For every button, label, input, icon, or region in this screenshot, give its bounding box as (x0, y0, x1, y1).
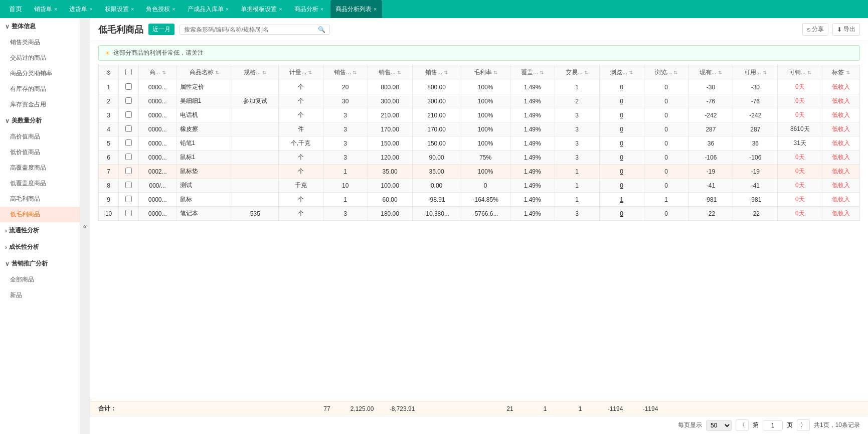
export-button[interactable]: ⬇ 导出 (832, 23, 860, 36)
close-icon[interactable]: × (374, 6, 377, 12)
page-size-select[interactable]: 50 20 100 (706, 420, 732, 431)
row-checkbox[interactable] (119, 151, 139, 165)
next-page-button[interactable]: 〉 (797, 419, 810, 431)
col-checkbox[interactable] (119, 65, 139, 80)
nav-template-settings[interactable]: 单据模板设置 × (236, 0, 287, 18)
row-browse1[interactable]: 0 (599, 80, 644, 94)
col-transaction[interactable]: 交易... ⇅ (555, 65, 599, 80)
close-icon[interactable]: × (54, 6, 57, 12)
sidebar-item-stocked-goods[interactable]: 有库存的商品 (0, 81, 80, 97)
col-saleable[interactable]: 可销... ⇅ (778, 65, 822, 80)
row-sales-qty: 1 (323, 165, 368, 179)
col-gross-rate[interactable]: 毛利率 ⇅ (461, 65, 510, 80)
col-code[interactable]: 商... ⇅ (138, 65, 177, 80)
warning-banner: ☀ 这部分商品的利润非常低，请关注 (98, 45, 860, 61)
col-settings[interactable]: ⚙ (99, 65, 119, 80)
nav-permissions[interactable]: 权限设置 × (100, 0, 139, 18)
close-icon[interactable]: × (131, 6, 134, 12)
nav-home[interactable]: 首页 (4, 0, 27, 18)
col-spec[interactable]: 规格... ⇅ (232, 65, 278, 80)
sidebar-item-category-rate[interactable]: 商品分类助销率 (0, 66, 80, 81)
sidebar-item-low-value[interactable]: 低价值商品 (0, 144, 80, 160)
close-icon[interactable]: × (226, 6, 229, 12)
nav-purchase[interactable]: 进货单 × (64, 0, 97, 18)
row-spec: 535 (232, 207, 278, 221)
col-browse2[interactable]: 浏览... ⇅ (644, 65, 688, 80)
col-name[interactable]: 商品名称 ⇅ (177, 65, 232, 80)
row-browse1[interactable]: 0 (599, 151, 644, 165)
col-sales-amount[interactable]: 销售... ⇅ (412, 65, 461, 80)
nav-product-analysis[interactable]: 商品分析 × (289, 0, 328, 18)
sidebar-item-low-coverage[interactable]: 低覆盖度商品 (0, 176, 80, 191)
row-sales-price: 35.00 (368, 165, 412, 179)
sidebar-group-growth[interactable]: › 成长性分析 (0, 239, 80, 255)
col-available[interactable]: 可用... ⇅ (733, 65, 778, 80)
row-no: 1 (99, 80, 119, 94)
sidebar-item-high-coverage[interactable]: 高覆盖度商品 (0, 160, 80, 176)
close-icon[interactable]: × (320, 6, 323, 12)
row-browse1[interactable]: 0 (599, 179, 644, 193)
table-row: 6 0000... 鼠标1 个 3 120.00 90.00 75% 1.49%… (99, 151, 860, 165)
sidebar-group-overall[interactable]: ∨ 整体信息 (0, 18, 80, 35)
prev-page-button[interactable]: 〈 (736, 419, 749, 431)
col-unit[interactable]: 计量... ⇅ (278, 65, 323, 80)
select-all-checkbox[interactable] (125, 69, 132, 75)
sidebar-group-quantity[interactable]: ∨ 美数量分析 (0, 112, 80, 129)
row-browse1[interactable]: 0 (599, 122, 644, 136)
row-unit: 个 (278, 80, 323, 94)
col-coverage[interactable]: 覆盖... ⇅ (510, 65, 555, 80)
sidebar-item-high-value[interactable]: 高价值商品 (0, 129, 80, 144)
close-icon[interactable]: × (172, 6, 175, 12)
row-saleable: 0天 (778, 151, 822, 165)
row-checkbox[interactable] (119, 207, 139, 221)
nav-product-analysis-list[interactable]: 商品分析列表 × (330, 0, 382, 18)
close-icon[interactable]: × (279, 6, 282, 12)
sidebar-item-inventory-capital[interactable]: 库存资金占用 (0, 97, 80, 112)
date-filter-button[interactable]: 近一月 (148, 24, 175, 35)
row-browse1[interactable]: 1 (599, 193, 644, 207)
close-icon[interactable]: × (89, 6, 92, 12)
row-checkbox[interactable] (119, 193, 139, 207)
row-checkbox[interactable] (119, 122, 139, 136)
sidebar-item-sales-goods[interactable]: 销售类商品 (0, 35, 80, 50)
row-browse1[interactable]: 0 (599, 108, 644, 122)
row-sales-qty: 3 (323, 108, 368, 122)
row-sales-amount: 800.00 (412, 80, 461, 94)
page-number-input[interactable] (763, 420, 783, 430)
search-icon[interactable]: 🔍 (318, 26, 325, 33)
row-no: 7 (99, 165, 119, 179)
sidebar-item-high-margin[interactable]: 高毛利商品 (0, 191, 80, 207)
col-sales-qty[interactable]: 销售... ⇅ (323, 65, 368, 80)
search-input[interactable] (184, 26, 318, 33)
row-browse1[interactable]: 0 (599, 207, 644, 221)
page-header: 低毛利商品 近一月 🔍 ⎋ 分享 ⬇ 导出 (90, 18, 868, 41)
nav-sales[interactable]: 销货单 × (29, 0, 62, 18)
sidebar-item-low-margin[interactable]: 低毛利商品 (0, 207, 80, 222)
row-gross-rate: -5766.6... (461, 207, 510, 221)
sidebar-item-new-goods[interactable]: 新品 (0, 287, 80, 303)
sidebar-item-all-goods[interactable]: 全部商品 (0, 272, 80, 287)
sidebar-item-traded-goods[interactable]: 交易过的商品 (0, 50, 80, 66)
sidebar-group-circulation[interactable]: › 流通性分析 (0, 222, 80, 239)
row-checkbox[interactable] (119, 94, 139, 108)
row-checkbox[interactable] (119, 165, 139, 179)
col-current[interactable]: 现有... ⇅ (688, 65, 733, 80)
row-checkbox[interactable] (119, 80, 139, 94)
row-browse1[interactable]: 0 (599, 136, 644, 151)
col-sales-price[interactable]: 销售... ⇅ (368, 65, 412, 80)
row-checkbox[interactable] (119, 179, 139, 193)
sidebar-collapse-button[interactable]: « (80, 18, 90, 434)
table-row: 8 000/... 测试 千克 10 100.00 0.00 0 1.49% 1… (99, 179, 860, 193)
row-browse1[interactable]: 0 (599, 165, 644, 179)
nav-roles[interactable]: 角色授权 × (141, 0, 180, 18)
row-checkbox[interactable] (119, 136, 139, 151)
col-tag[interactable]: 标签 ⇅ (822, 65, 860, 80)
table-row: 10 0000... 笔记本 535 个 3 180.00 -10,380...… (99, 207, 860, 221)
sidebar-group-marketing[interactable]: ∨ 营销推广分析 (0, 255, 80, 272)
total-values: 77 2,125.00 -8,723.91 21 1 1 -1194 -1194 (126, 405, 860, 412)
share-button[interactable]: ⎋ 分享 (802, 23, 828, 36)
nav-product-entry[interactable]: 产成品入库单 × (183, 0, 234, 18)
row-browse1[interactable]: 0 (599, 94, 644, 108)
col-browse1[interactable]: 浏览... ⇅ (599, 65, 644, 80)
row-checkbox[interactable] (119, 108, 139, 122)
